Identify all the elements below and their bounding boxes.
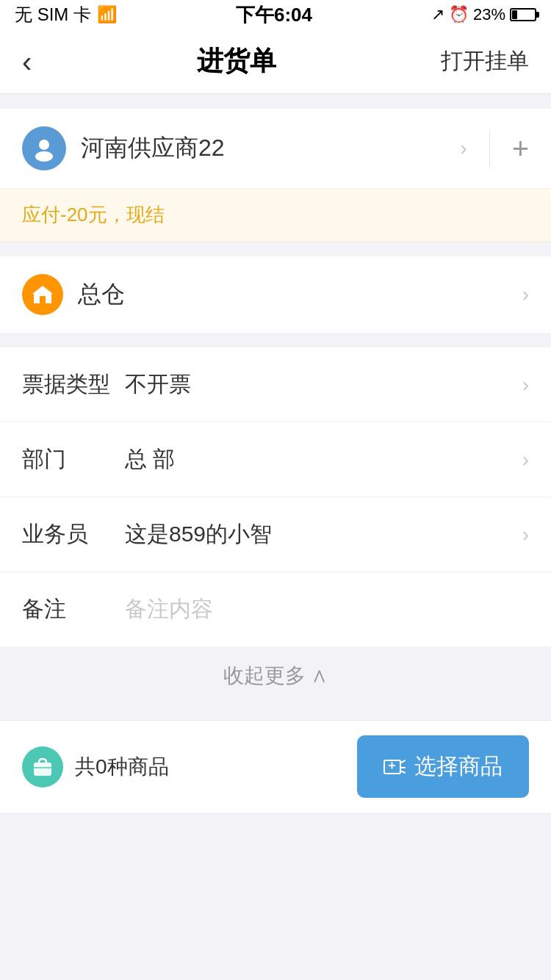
collapse-label: 收起更多 ∧ <box>223 662 328 690</box>
product-count-text: 共0种商品 <box>75 753 169 781</box>
select-product-label: 选择商品 <box>414 752 503 782</box>
salesperson-row[interactable]: 业务员 这是859的小智 › <box>0 497 551 572</box>
dept-label: 部门 <box>22 444 125 475</box>
svg-marker-3 <box>32 286 53 294</box>
notice-bar: 应付-20元，现结 <box>0 189 551 242</box>
add-supplier-button[interactable]: + <box>512 132 529 165</box>
dept-chevron-icon: › <box>522 448 529 472</box>
product-bag-icon <box>22 746 63 788</box>
divider <box>489 130 490 167</box>
remark-input[interactable]: 备注内容 <box>125 594 529 624</box>
page-title: 进货单 <box>197 43 276 79</box>
remark-row[interactable]: 备注 备注内容 <box>0 572 551 646</box>
invoice-chevron-icon: › <box>522 373 529 397</box>
avatar-icon <box>31 135 57 162</box>
dept-row[interactable]: 部门 总 部 › <box>0 422 551 497</box>
notice-text: 应付-20元，现结 <box>22 203 165 226</box>
gap-4 <box>0 705 551 720</box>
nav-bar: ‹ 进货单 打开挂单 <box>0 29 551 94</box>
warehouse-row[interactable]: 总仓 › <box>0 256 551 333</box>
remark-label: 备注 <box>22 594 125 624</box>
salesperson-value: 这是859的小智 <box>125 519 522 550</box>
form-section: 票据类型 不开票 › 部门 总 部 › 业务员 这是859的小智 › 备注 备注… <box>0 347 551 646</box>
wifi-icon: 📶 <box>97 5 117 24</box>
warehouse-section: 总仓 › <box>0 256 551 333</box>
gap-1 <box>0 94 551 109</box>
supplier-section: 河南供应商22 › + 应付-20元，现结 <box>0 109 551 242</box>
warehouse-chevron-icon: › <box>522 283 529 306</box>
select-product-button[interactable]: 选择商品 <box>357 735 529 798</box>
warehouse-svg <box>32 284 54 306</box>
dept-value: 总 部 <box>125 444 522 475</box>
battery-icon <box>510 8 536 21</box>
gap-2 <box>0 242 551 256</box>
carrier-label: 无 SIM 卡 <box>15 3 91 26</box>
gap-3 <box>0 333 551 347</box>
product-count-wrap: 共0种商品 <box>22 746 169 788</box>
svg-rect-4 <box>40 296 46 303</box>
status-left: 无 SIM 卡 📶 <box>15 3 117 26</box>
supplier-avatar <box>22 126 66 170</box>
open-pending-button[interactable]: 打开挂单 <box>441 46 529 76</box>
invoice-row[interactable]: 票据类型 不开票 › <box>0 347 551 422</box>
status-right: ↗ ⏰ 23% <box>431 5 536 24</box>
bag-svg <box>31 755 54 779</box>
collapse-row[interactable]: 收起更多 ∧ <box>0 646 551 705</box>
warehouse-icon <box>22 274 63 315</box>
svg-rect-5 <box>34 763 51 776</box>
warehouse-name: 总仓 <box>78 278 522 311</box>
back-button[interactable]: ‹ <box>22 47 32 76</box>
location-icon: ↗ <box>431 5 444 24</box>
svg-point-0 <box>39 140 49 150</box>
supplier-name: 河南供应商22 <box>81 132 460 165</box>
battery-pct: 23% <box>473 5 505 24</box>
supplier-row[interactable]: 河南供应商22 › + <box>0 109 551 189</box>
invoice-value: 不开票 <box>125 370 522 400</box>
select-product-icon <box>383 757 406 777</box>
time-label: 下午6:04 <box>236 2 312 28</box>
salesperson-label: 业务员 <box>22 519 125 550</box>
salesperson-chevron-icon: › <box>522 523 529 547</box>
supplier-chevron-icon: › <box>460 137 467 160</box>
alarm-icon: ⏰ <box>449 5 469 24</box>
svg-point-1 <box>35 151 53 162</box>
invoice-label: 票据类型 <box>22 370 125 400</box>
bottom-bar: 共0种商品 选择商品 <box>0 720 551 813</box>
status-bar: 无 SIM 卡 📶 下午6:04 ↗ ⏰ 23% <box>0 0 551 29</box>
